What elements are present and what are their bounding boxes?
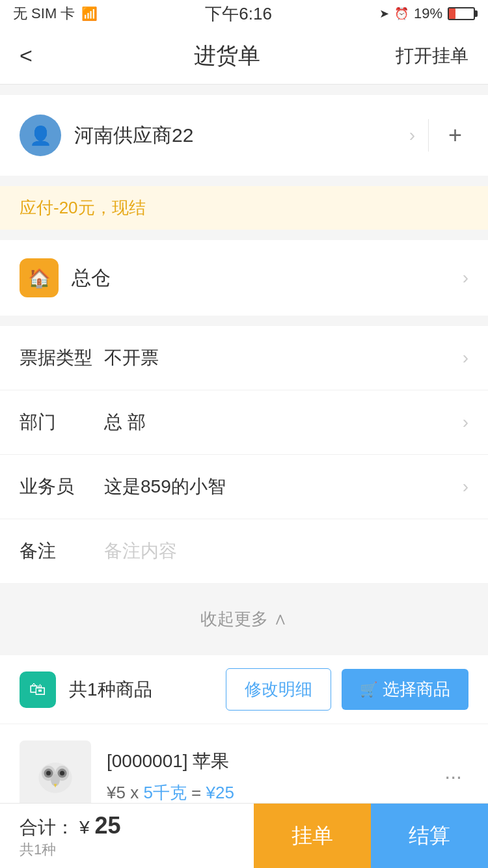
products-count: 共1种商品 xyxy=(69,677,226,702)
status-right: ➤ ⏰ 19% xyxy=(379,5,475,22)
remarks-label: 备注 xyxy=(20,539,104,563)
total-amount: 25 xyxy=(95,812,121,839)
warehouse-icon: 🏠 xyxy=(20,258,59,297)
owl-logo xyxy=(33,753,78,799)
svg-point-6 xyxy=(60,771,64,776)
supplier-chevron-icon: › xyxy=(409,125,415,146)
warehouse-name: 总仓 xyxy=(72,265,463,292)
qty-value: 5千克 xyxy=(143,783,186,802)
invoice-type-row[interactable]: 票据类型 不开票 › xyxy=(0,326,488,390)
department-row[interactable]: 部门 总 部 › xyxy=(0,390,488,455)
supplier-avatar: 👤 xyxy=(20,115,61,156)
collapse-button[interactable]: 收起更多 ∧ xyxy=(0,593,488,645)
settle-button[interactable]: 结算 xyxy=(371,804,488,869)
product-code: [0000001] 苹果 xyxy=(107,751,229,771)
invoice-type-value: 不开票 xyxy=(104,346,463,370)
product-thumbnail xyxy=(20,740,91,812)
equals-sign: = xyxy=(191,783,206,802)
status-left: 无 SIM 卡 📶 xyxy=(13,4,98,23)
salesperson-label: 业务员 xyxy=(20,474,104,499)
form-section: 票据类型 不开票 › 部门 总 部 › 业务员 这是859的小智 › 备注 备注… xyxy=(0,326,488,583)
carrier-label: 无 SIM 卡 xyxy=(13,4,75,23)
salesperson-chevron-icon: › xyxy=(463,476,468,497)
total-label: 合计： xyxy=(20,815,74,840)
total-sub: 共1种 xyxy=(20,840,234,860)
product-price: ¥5 x 5千克 = ¥25 xyxy=(107,781,438,804)
warning-banner: 应付-20元，现结 xyxy=(0,186,488,230)
products-icon: 🛍 xyxy=(20,671,56,708)
status-time: 下午6:16 xyxy=(205,3,272,25)
department-value: 总 部 xyxy=(104,410,463,435)
footer-bar: 合计： ¥ 25 共1种 挂单 结算 xyxy=(0,803,488,868)
hang-button[interactable]: 挂单 xyxy=(254,804,371,869)
location-icon: ➤ xyxy=(379,7,389,21)
divider xyxy=(428,119,429,152)
battery-label: 19% xyxy=(414,5,442,22)
status-bar: 无 SIM 卡 📶 下午6:16 ➤ ⏰ 19% xyxy=(0,0,488,27)
alarm-icon: ⏰ xyxy=(394,7,409,21)
products-section: 🛍 共1种商品 修改明细 🛒 选择商品 [ xyxy=(0,655,488,828)
battery-icon xyxy=(448,7,475,20)
avatar-icon: 👤 xyxy=(29,125,52,146)
product-name: [0000001] 苹果 xyxy=(107,749,438,774)
remarks-input[interactable]: 备注内容 xyxy=(104,539,468,563)
invoice-type-label: 票据类型 xyxy=(20,346,104,370)
salesperson-value: 这是859的小智 xyxy=(104,474,463,499)
warehouse-section[interactable]: 🏠 总仓 › xyxy=(0,240,488,316)
supplier-row[interactable]: 👤 河南供应商22 › + xyxy=(0,95,488,176)
select-product-button[interactable]: 🛒 选择商品 xyxy=(342,669,468,710)
supplier-section: 👤 河南供应商22 › + xyxy=(0,95,488,176)
cart-icon: 🛍 xyxy=(29,679,46,699)
svg-point-5 xyxy=(46,771,51,776)
wifi-icon: 📶 xyxy=(81,6,98,21)
nav-bar: < 进货单 打开挂单 xyxy=(0,27,488,85)
products-header: 🛍 共1种商品 修改明细 🛒 选择商品 xyxy=(0,655,488,724)
open-hang-button[interactable]: 打开挂单 xyxy=(396,44,468,68)
salesperson-row[interactable]: 业务员 这是859的小智 › xyxy=(0,455,488,519)
product-info: [0000001] 苹果 ¥5 x 5千克 = ¥25 xyxy=(107,749,438,804)
department-label: 部门 xyxy=(20,410,104,435)
back-button[interactable]: < xyxy=(20,43,59,68)
department-chevron-icon: › xyxy=(463,412,468,433)
edit-detail-button[interactable]: 修改明细 xyxy=(226,668,331,711)
remarks-row[interactable]: 备注 备注内容 xyxy=(0,519,488,583)
footer-total: 合计： ¥ 25 共1种 xyxy=(0,812,254,860)
total-main: 合计： ¥ 25 xyxy=(20,812,234,840)
add-supplier-button[interactable]: + xyxy=(442,122,468,149)
price-value: ¥5 x xyxy=(107,783,143,802)
invoice-chevron-icon: › xyxy=(463,347,468,368)
total-currency: ¥ xyxy=(79,817,90,838)
more-options-button[interactable]: ··· xyxy=(438,758,468,795)
total-value: ¥25 xyxy=(206,783,234,802)
select-icon: 🛒 xyxy=(360,681,377,698)
page-title: 进货单 xyxy=(194,41,260,71)
house-icon: 🏠 xyxy=(28,267,51,289)
warehouse-chevron-icon: › xyxy=(463,267,468,288)
supplier-name: 河南供应商22 xyxy=(74,122,409,149)
